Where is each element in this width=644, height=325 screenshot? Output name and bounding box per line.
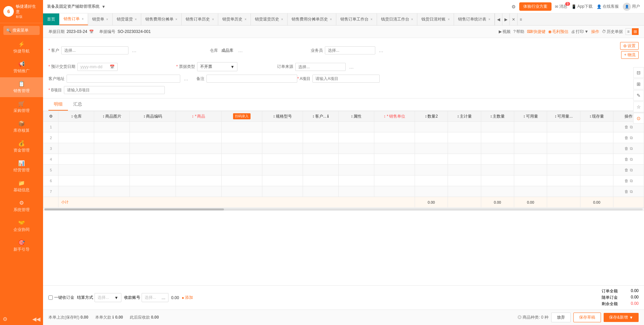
col-unit[interactable]: ↕ * 销售单位 xyxy=(374,111,415,122)
add-payment-button[interactable]: ● 添加 xyxy=(182,295,193,300)
tab-prev-button[interactable]: ◀ xyxy=(495,13,502,25)
float-btn-4[interactable]: ☆ xyxy=(633,101,644,112)
app-download-btn[interactable]: 📱 App下载 xyxy=(571,4,593,9)
tab-sales-return-history[interactable]: 销货退货历史 × xyxy=(251,13,288,25)
delivery-date-input[interactable]: yyyy-mm-dd 📅 xyxy=(77,63,118,71)
sidebar-item-base[interactable]: 📁 基础信息 xyxy=(0,176,43,196)
row-delete-button[interactable]: 🗑 xyxy=(624,189,629,194)
col-setting[interactable]: ⚙ xyxy=(43,111,59,122)
layout-grid-button[interactable]: ⊞ xyxy=(632,28,639,35)
col-attr[interactable]: ↕ 属性 xyxy=(338,111,374,122)
message-badge[interactable]: ✉ 消息 9 xyxy=(555,4,567,9)
tab-sales-workbench[interactable]: 销售订单工作台 × xyxy=(336,13,377,25)
col-main-unit[interactable]: ↕ 主计量 xyxy=(448,111,481,122)
sidebar-item-marketing[interactable]: 📢 营销推广 xyxy=(0,57,43,77)
add-logistics-button[interactable]: + 物流 xyxy=(621,51,639,59)
tab-close-order-history[interactable]: × xyxy=(212,17,214,21)
tab-close-fee-history[interactable]: × xyxy=(330,17,332,21)
search-menu-button[interactable]: 🔍 搜索菜单 xyxy=(3,26,40,35)
salesperson-more-button[interactable]: … xyxy=(377,48,385,53)
tab-close-sales-fee[interactable]: × xyxy=(176,17,178,21)
print-button[interactable]: 🖨 打印 ▼ xyxy=(571,29,589,35)
float-btn-5[interactable]: ⊙ xyxy=(633,113,644,124)
tab-sales-stats[interactable]: 销售订单统计表 × xyxy=(454,13,495,25)
sidebar-item-finance[interactable]: 💰 资金管理 xyxy=(0,137,43,157)
tab-next-button[interactable]: ▶ xyxy=(502,13,509,25)
col-customer-code[interactable]: ↕ 客户... ℹ xyxy=(303,111,338,122)
tab-close-sales-order[interactable]: × xyxy=(82,17,84,21)
horizontal-scrollbar[interactable] xyxy=(43,208,644,211)
tab-close-sales-return[interactable]: × xyxy=(135,17,137,21)
tab-sales-order[interactable]: 销售订单 × xyxy=(60,13,88,25)
save-draft-button[interactable]: 保存草稿 xyxy=(573,313,601,322)
row-delete-button[interactable]: 🗑 xyxy=(624,125,629,129)
customer-more-button[interactable]: … xyxy=(130,48,138,53)
row-copy-button[interactable]: ⧉ xyxy=(630,178,633,183)
sidebar-item-sales[interactable]: 📋 销售管理 xyxy=(0,77,43,97)
col-warehouse[interactable]: ↕ 仓库 xyxy=(59,111,94,122)
profit-forecast-button[interactable]: ◉ 毛利预估 xyxy=(548,29,568,35)
system-dropdown-button[interactable]: ▼ xyxy=(102,4,106,9)
tab-close-sales-list[interactable]: × xyxy=(106,17,108,21)
sidebar-item-collab[interactable]: 🤝 企业协同 xyxy=(0,216,43,236)
customer-input[interactable] xyxy=(61,46,128,54)
tab-close-workbench[interactable]: × xyxy=(371,17,373,21)
col-available[interactable]: ↕ 可用量 xyxy=(514,111,547,122)
settings-button[interactable]: ⚙ 设置 xyxy=(620,42,639,50)
tab-close-return-history[interactable]: × xyxy=(281,17,283,21)
salesperson-input[interactable] xyxy=(325,46,375,54)
sidebar-item-nav[interactable]: ⚡ 快捷导航 xyxy=(0,38,43,57)
tab-sales-order-history[interactable]: 销售订单历史 × xyxy=(182,13,218,25)
row-copy-button[interactable]: ⧉ xyxy=(630,189,633,194)
tab-close-all-button[interactable]: ✕ xyxy=(509,13,517,25)
tab-close-sales-stats[interactable]: × xyxy=(488,17,490,21)
invoice-select[interactable]: 不开票 ▼ xyxy=(197,62,237,71)
sidebar-item-system[interactable]: ⚙ 系统管理 xyxy=(0,196,43,216)
sidebar-item-guide[interactable]: 🎯 新手引导 xyxy=(0,236,43,256)
online-service-btn[interactable]: 👤 在线客服 xyxy=(597,4,619,9)
row-copy-button[interactable]: ⧉ xyxy=(630,168,633,172)
save-new-button[interactable]: 保存&新增 ▼ xyxy=(604,313,639,322)
tab-sales-fee-history[interactable]: 销售费用分摊单历史 × xyxy=(288,13,336,25)
preview-button[interactable]: ▶ 视频 xyxy=(499,29,510,35)
tab-daily-account[interactable]: 钱货日清对账 × xyxy=(417,13,454,25)
sidebar-item-purchase[interactable]: 🛒 采购管理 xyxy=(0,97,43,117)
col-goods[interactable]: ↕ * 商品 xyxy=(176,111,221,122)
layout-list-button[interactable]: ≡ xyxy=(626,28,631,35)
address-more-button[interactable]: … xyxy=(182,76,190,81)
col-current[interactable]: ↕ 现存量 xyxy=(580,111,613,122)
row-copy-button[interactable]: ⧉ xyxy=(630,135,633,140)
row-delete-button[interactable]: 🗑 xyxy=(624,168,629,172)
float-btn-2[interactable]: ⊞ xyxy=(633,79,644,89)
tab-close-daily-account[interactable]: × xyxy=(448,17,450,21)
history-button[interactable]: ⏱ 历史单据 xyxy=(602,29,623,35)
col-img[interactable]: ↕ 商品图片 xyxy=(94,111,130,122)
tab-sales-list[interactable]: 销货单 × xyxy=(88,13,113,25)
col-code[interactable]: ↕ 商品编码 xyxy=(130,111,176,122)
settings-bottom-button[interactable]: ⚙ xyxy=(3,316,7,322)
operation-button[interactable]: 操作 xyxy=(591,29,599,35)
scan-entry-button[interactable]: 扫码录入 xyxy=(233,113,251,119)
one-click-checkbox-label[interactable]: 一键收订金 xyxy=(48,295,74,300)
row-copy-button[interactable]: ⧉ xyxy=(630,157,633,162)
col-spec[interactable]: ↕ 规格型号 xyxy=(262,111,303,122)
col-qty2[interactable]: ↕ 数量2 xyxy=(415,111,448,122)
payment-method-select[interactable]: 选择... ▼ xyxy=(94,293,121,302)
row-delete-button[interactable]: 🗑 xyxy=(624,146,629,151)
account-select[interactable]: 选择... … xyxy=(142,293,168,302)
row-delete-button[interactable]: 🗑 xyxy=(624,157,629,162)
warehouse-more-button[interactable]: … xyxy=(237,48,244,53)
detail-tab-detail[interactable]: 明细 xyxy=(48,98,68,111)
sidebar-item-management[interactable]: 📊 经营管理 xyxy=(0,157,43,176)
row-delete-button[interactable]: 🗑 xyxy=(624,135,629,140)
row-delete-button[interactable]: 🗑 xyxy=(624,178,629,183)
col-main-qty[interactable]: ↕ 主数量 xyxy=(481,111,514,122)
tab-sales-list-history[interactable]: 销货单历史 × xyxy=(218,13,251,25)
tab-sales-fee[interactable]: 销售费用分摊单 × xyxy=(141,13,182,25)
shortcut-button[interactable]: ⌨ 快捷键 xyxy=(527,29,545,35)
a-project-input[interactable] xyxy=(312,75,380,83)
tab-menu-button[interactable]: ≡ xyxy=(517,13,524,25)
calendar-button[interactable]: 📅 xyxy=(89,30,94,34)
tab-close-daily-clear[interactable]: × xyxy=(411,17,413,21)
order-source-input[interactable] xyxy=(295,63,346,71)
